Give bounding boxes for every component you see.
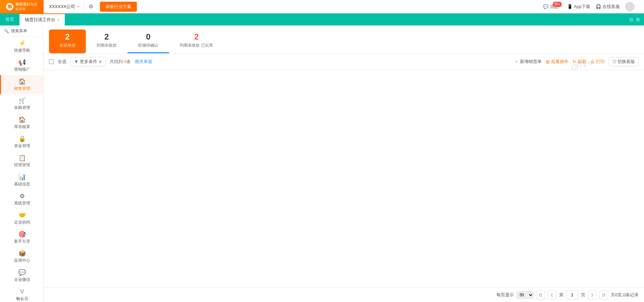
page-unit: 页 (581, 292, 585, 298)
message-badge: 99+ (553, 2, 562, 7)
print-button[interactable]: 🖨 打印 (590, 59, 605, 65)
page-size-select[interactable]: 50 100 200 (517, 291, 534, 299)
sidebar-item-basic-info[interactable]: 📊 基础信息 (0, 171, 43, 190)
found-count: 0 (124, 59, 126, 64)
total-info: 共0页,0条记录 (611, 292, 639, 298)
switch-version-button[interactable]: ⬡ 切换新版 (609, 57, 639, 66)
target-icon: 🎯 (18, 231, 26, 237)
sidebar-item-operations[interactable]: 📋 经营管理 (0, 152, 43, 171)
wechat-icon: 💬 (18, 269, 26, 276)
first-page-button[interactable]: ⟨⟨ (536, 291, 545, 299)
box-icon: 📦 (18, 250, 26, 256)
per-page-label: 每页显示 (496, 292, 514, 298)
prev-page-button[interactable]: ⟨ (548, 291, 556, 299)
related-records-link[interactable]: 相关单据 (135, 59, 152, 65)
filter-button[interactable]: ▼ 更多条件 ∨ (70, 57, 106, 66)
headset-icon: 🎧 (596, 4, 601, 9)
sidebar-item-marketing[interactable]: 📢 营销推广 (0, 56, 43, 75)
cart-icon: 🛒 (18, 98, 26, 104)
tab-money-daily[interactable]: 钱货日清工作台 × (19, 13, 65, 25)
toolbar-right: ＋ 新增销货单 ⊞ 批量操作 ↻ 刷新 🖨 打印 ⬡ 切换新版 (514, 57, 639, 66)
warehouse-icon: 🏠 (18, 117, 26, 123)
batch-ops-button[interactable]: ⊞ 批量操作 (546, 59, 569, 65)
stat-tab-all[interactable]: 2 全部单据 (49, 29, 86, 53)
sidebar-item-finance[interactable]: 🔒 资金管理 (0, 132, 43, 152)
sidebar-item-purchase[interactable]: 🛒 采购管理 (0, 94, 43, 113)
clipboard-icon: 📋 (18, 155, 26, 161)
expand-icon[interactable]: ⊞ (636, 17, 640, 22)
company-selector[interactable]: XXXXXX公司 ▾ (44, 0, 85, 13)
sidebar-item-sales[interactable]: 🏠 销售管理 (0, 75, 43, 94)
logo-area: 畅 畅捷通好生意 标准版 (0, 0, 44, 13)
sidebar-item-member[interactable]: V 畅会员 (0, 285, 43, 302)
nav-tab-actions: ⊟ ⊞ (629, 17, 644, 22)
megaphone-icon: 📢 (18, 59, 26, 65)
gear-icon: ⚙ (89, 3, 93, 10)
topbar-right: 💬 消息 99+ 📱 App下载 🎧 在线客服 (543, 2, 640, 11)
plus-icon: ＋ (514, 59, 519, 65)
logo-icon: 畅 (6, 3, 13, 10)
sidebar-item-wechat[interactable]: 💬 企业微信 (0, 266, 43, 285)
sidebar-item-app-center[interactable]: 📦 应用中心 (0, 247, 43, 266)
avatar[interactable] (625, 2, 635, 11)
stat-tab-wangwang[interactable]: 0 旺辅待确认 (127, 29, 169, 53)
chevron-down-icon: ▾ (77, 5, 79, 8)
minimize-icon[interactable]: ⊟ (629, 17, 633, 22)
trial-button[interactable]: 体验行业方案 (100, 2, 137, 12)
nav-tabs: 首页 钱货日清工作台 × ⊟ ⊞ (0, 13, 644, 25)
lightning-icon: ⚡ (18, 40, 26, 46)
stats-tabs: 2 全部单据 2 到期未收款 0 旺辅待确认 2 到期未收款 已出库 (44, 25, 644, 54)
message-icon: 💬 (543, 4, 548, 9)
search-icon: 🔍 (4, 29, 9, 34)
print-icon: 🖨 (590, 59, 595, 64)
tab-home[interactable]: 首页 (0, 13, 19, 25)
member-icon: V (20, 289, 24, 295)
refresh-icon: ↻ (573, 59, 576, 64)
sidebar-item-enterprise-coop[interactable]: 🤝 企业协同 (0, 209, 43, 228)
content-area: 2 全部单据 2 到期未收款 0 旺辅待确认 2 到期未收款 已出库 全选 ▼ … (44, 25, 644, 302)
filter-icon: ▼ (74, 59, 78, 64)
close-icon[interactable]: × (57, 18, 59, 22)
toolbar: 全选 ▼ 更多条件 ∨ 共找到 0条 相关单据 ＋ 新增销货单 ⊞ 批量操作 (44, 54, 644, 70)
batch-icon: ⊞ (546, 59, 550, 64)
sidebar-item-quick-nav[interactable]: ⚡ 快捷导航 (0, 37, 43, 56)
switch-icon: ⬡ (612, 59, 616, 64)
select-all-label: 全选 (58, 59, 66, 65)
handshake-icon: 🤝 (18, 212, 26, 218)
stat-tab-overdue[interactable]: 2 到期未收款 (86, 29, 127, 53)
select-all-checkbox[interactable] (49, 59, 54, 64)
page-label: 第 (559, 292, 564, 298)
chevron-icon: ∨ (99, 59, 102, 64)
search-menu[interactable]: 🔍 搜索菜单 (0, 25, 43, 37)
sidebar-item-system[interactable]: ⚙ 系统管理 (0, 190, 43, 209)
topbar-left: 畅 畅捷通好生意 标准版 XXXXXX公司 ▾ ⚙ 体验行业方案 (0, 0, 137, 13)
message-button[interactable]: 💬 消息 99+ (543, 4, 558, 10)
company-name: XXXXXX公司 (49, 4, 75, 10)
logo-subtitle: 标准版 (15, 7, 38, 11)
sidebar: 🔍 搜索菜单 ⚡ 快捷导航 📢 营销推广 🏠 销售管理 🛒 采购管理 🏠 库存核… (0, 25, 44, 302)
lock-icon: 🔒 (18, 136, 26, 142)
page-input[interactable] (566, 291, 578, 299)
sidebar-item-inventory[interactable]: 🏠 库存核算 (0, 113, 43, 132)
settings-icon: ⚙ (19, 193, 25, 199)
refresh-button[interactable]: ↻ 刷新 (573, 59, 586, 65)
next-page-button[interactable]: ⟩ (588, 291, 597, 299)
mobile-icon: 📱 (567, 4, 573, 9)
settings-button[interactable]: ⚙ (85, 0, 97, 13)
main-layout: 🔍 搜索菜单 ⚡ 快捷导航 📢 营销推广 🏠 销售管理 🛒 采购管理 🏠 库存核… (0, 25, 644, 302)
pagination-bar: 每页显示 50 100 200 ⟨⟨ ⟨ 第 页 ⟩ ⟩⟩ 共0页,0条记录 (44, 287, 644, 302)
list-area (44, 70, 644, 287)
home-icon: 🏠 (18, 78, 26, 84)
last-page-button[interactable]: ⟩⟩ (599, 291, 608, 299)
table-icon: 📊 (18, 174, 26, 180)
new-sale-button[interactable]: ＋ 新增销货单 (514, 59, 542, 65)
found-text: 共找到 0条 (110, 59, 131, 65)
app-download-button[interactable]: 📱 App下载 (567, 4, 590, 10)
stat-tab-overdue-out[interactable]: 2 到期未收款 已出库 (169, 29, 224, 53)
sidebar-item-guide[interactable]: 🎯 新手引导 (0, 228, 43, 247)
logo-title: 畅捷通好生意 (15, 2, 38, 6)
online-service-button[interactable]: 🎧 在线客服 (596, 4, 620, 10)
topbar: 畅 畅捷通好生意 标准版 XXXXXX公司 ▾ ⚙ 体验行业方案 💬 消息 99… (0, 0, 644, 13)
